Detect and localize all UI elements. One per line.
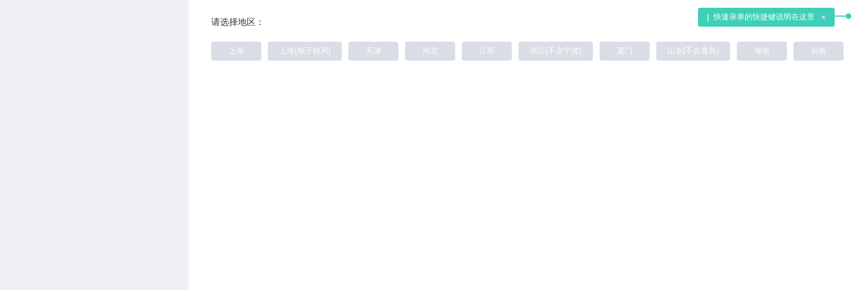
- tooltip-dot: [846, 13, 851, 19]
- region-button-hainan[interactable]: 海南: [737, 42, 787, 61]
- tooltip-banner: 快速录单的快捷键说明在这里 ×: [698, 8, 835, 27]
- region-button-hebei[interactable]: 河北: [405, 42, 455, 61]
- region-button-shanghai[interactable]: 上海: [211, 42, 261, 61]
- tooltip-close-button[interactable]: ×: [821, 13, 826, 22]
- tooltip-text: 快速录单的快捷键说明在这里: [714, 12, 815, 22]
- tooltip-line: [835, 16, 846, 17]
- left-sidebar: [0, 0, 189, 290]
- region-button-shandong[interactable]: 山东(不含青岛): [656, 42, 730, 61]
- region-button-yunnan[interactable]: 云南: [794, 42, 844, 61]
- region-button-tianjin[interactable]: 天津: [348, 42, 398, 61]
- region-button-jiangsu[interactable]: 江苏: [462, 42, 512, 61]
- main-content: 请选择地区： 上海上海(电子税局)天津河北江苏浙江(不含宁波)厦门山东(不含青岛…: [189, 0, 868, 290]
- region-buttons: 上海上海(电子税局)天津河北江苏浙江(不含宁波)厦门山东(不含青岛)海南云南: [211, 42, 846, 61]
- region-button-xiamen[interactable]: 厦门: [600, 42, 650, 61]
- region-button-zhejiang[interactable]: 浙江(不含宁波): [518, 42, 592, 61]
- region-button-shanghai-etax[interactable]: 上海(电子税局): [268, 42, 342, 61]
